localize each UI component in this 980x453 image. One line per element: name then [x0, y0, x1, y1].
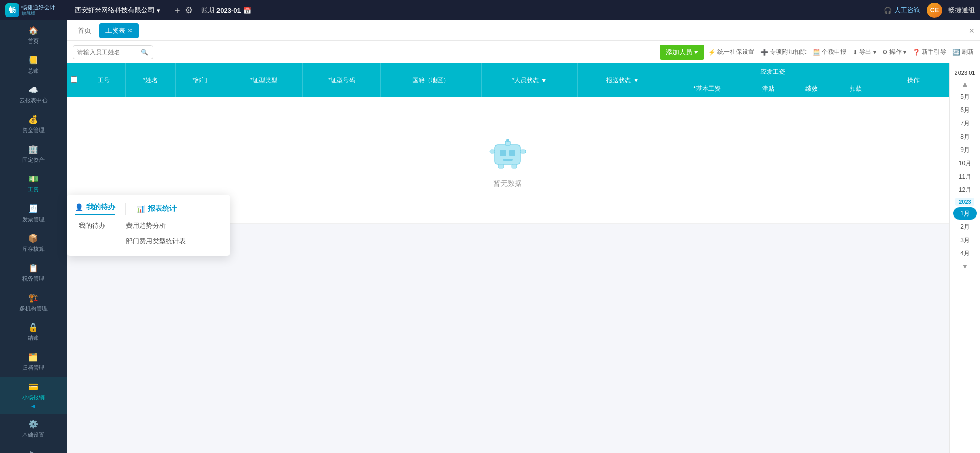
svg-rect-9: [512, 164, 517, 168]
sidebar-item-tax[interactable]: 📋 税务管理: [0, 258, 67, 288]
guide-btn[interactable]: ❓ 新手引导: [912, 48, 946, 56]
empty-robot-icon: [487, 132, 528, 173]
svg-rect-7: [520, 150, 526, 153]
popup-header: 👤 我的待办 📊 报表统计: [75, 203, 222, 215]
fund-icon: 💰: [28, 115, 38, 124]
tax-calc-icon: 🧮: [813, 49, 820, 56]
th-deduction: 扣款: [834, 80, 878, 97]
inventory-icon: 📦: [28, 233, 38, 243]
multi-org-icon: 🏗️: [28, 293, 38, 303]
operation-btn[interactable]: ⚙ 操作 ▾: [882, 48, 906, 56]
ledger-icon: 📒: [28, 55, 38, 65]
month-jan-active[interactable]: 1月: [953, 207, 977, 220]
tax-report-btn[interactable]: 🧮 个税申报: [813, 48, 846, 56]
tab-bar-right: ✕: [969, 27, 975, 35]
th-basic-salary: *基本工资: [668, 80, 746, 97]
xiaochang-icon: 💳: [28, 382, 38, 392]
user-name: 畅捷通组: [948, 6, 975, 15]
settings-gear-icon: ⚙️: [28, 419, 38, 429]
popup-content-row: 我的待办 费用趋势分析 部门费用类型统计表: [75, 219, 222, 248]
month-jul[interactable]: 7月: [953, 117, 977, 130]
th-performance: 绩效: [790, 80, 834, 97]
tab-bar: 首页 工资表 ✕ ✕: [67, 20, 980, 41]
chevron-down-icon: ▾: [157, 7, 160, 14]
tab-home[interactable]: 首页: [72, 23, 97, 38]
search-icon: 🔍: [141, 49, 148, 56]
popup-item-dept-cost[interactable]: 部门费用类型统计表: [122, 234, 190, 248]
invoice-icon: 🧾: [28, 204, 38, 213]
assets-icon: 🏢: [28, 144, 38, 154]
add-icon[interactable]: ＋: [172, 4, 182, 16]
scroll-up-btn[interactable]: ▲: [959, 78, 971, 90]
month-apr[interactable]: 4月: [953, 247, 977, 260]
th-allowance: 津贴: [746, 80, 790, 97]
filter2-icon[interactable]: ▼: [633, 77, 639, 84]
month-mar[interactable]: 3月: [953, 234, 977, 246]
sidebar-item-fund[interactable]: 💰 资金管理: [0, 110, 67, 139]
calendar-icon[interactable]: 📅: [243, 7, 251, 14]
settings-icon[interactable]: ⚙: [185, 5, 193, 16]
th-person-status: *人员状态 ▼: [482, 63, 578, 97]
headset-icon: 🎧: [884, 7, 892, 14]
popup-category-report[interactable]: 📊 报表统计: [136, 203, 177, 215]
popup-category-todo[interactable]: 👤 我的待办: [75, 203, 115, 215]
month-may[interactable]: 5月: [953, 91, 977, 103]
logo-text: 畅捷通好会计 旗舰版: [21, 4, 55, 16]
tab-close-salary[interactable]: ✕: [127, 27, 133, 34]
tab-salary[interactable]: 工资表 ✕: [99, 23, 139, 38]
refresh-btn[interactable]: 🔄 刷新: [952, 48, 974, 56]
svg-point-5: [506, 139, 509, 142]
sidebar-item-assets[interactable]: 🏢 固定资产: [0, 139, 67, 169]
svg-rect-1: [500, 150, 506, 156]
th-department: *部门: [175, 63, 225, 97]
month-oct[interactable]: 10月: [953, 157, 977, 169]
sidebar-item-inventory[interactable]: 📦 库存核算: [0, 228, 67, 258]
company-selector[interactable]: 西安虾米网络科技有限公司 ▾: [71, 4, 164, 17]
sidebar-item-invoice[interactable]: 🧾 发票管理: [0, 199, 67, 228]
add-person-button[interactable]: 添加人员 ▾: [660, 45, 704, 60]
month-feb[interactable]: 2月: [953, 221, 977, 233]
sidebar-item-archive[interactable]: 🗂️ 归档管理: [0, 347, 67, 377]
refresh-icon: 🔄: [952, 49, 960, 56]
th-id-type: *证型类型: [225, 63, 302, 97]
sidebar-item-basic[interactable]: ⚙️ 基础设置: [0, 414, 67, 444]
customer-service-btn[interactable]: 🎧 人工咨询: [884, 6, 921, 15]
salary-icon: 💵: [28, 174, 38, 184]
svg-rect-0: [495, 145, 520, 164]
empty-text: 暂无数据: [493, 179, 522, 188]
month-dec[interactable]: 12月: [953, 184, 977, 196]
month-aug[interactable]: 8月: [953, 131, 977, 143]
sidebar-item-cloud-report[interactable]: ☁️ 云报表中心: [0, 80, 67, 110]
popup-divider: [125, 203, 126, 215]
social-icon: ⚡: [708, 49, 716, 56]
month-jun[interactable]: 6月: [953, 104, 977, 116]
sidebar-item-guide[interactable]: ▶ 新手引导: [0, 444, 67, 453]
th-employee-id: 工号: [82, 63, 126, 97]
sidebar-item-home[interactable]: 🏠 首页: [0, 20, 67, 50]
plus-circle-icon: ➕: [760, 49, 768, 56]
sidebar-item-ledger[interactable]: 📒 总账: [0, 50, 67, 80]
sidebar-item-xiaochang[interactable]: 💳 小畅报销 ◀: [0, 377, 67, 414]
social-security-btn[interactable]: ⚡ 统一社保设置: [708, 48, 754, 56]
sidebar-item-salary[interactable]: 💵 工资: [0, 169, 67, 199]
export-btn[interactable]: ⬇ 导出 ▾: [853, 48, 876, 56]
sidebar-item-multi-org[interactable]: 🏗️ 多机构管理: [0, 288, 67, 317]
sidebar: 🏠 首页 📒 总账 ☁️ 云报表中心 💰 资金管理 🏢 固定资产 💵 工资 🧾 …: [0, 20, 67, 453]
month-sep[interactable]: 9月: [953, 144, 977, 156]
tab-close-all-icon[interactable]: ✕: [969, 27, 975, 35]
filter-icon[interactable]: ▼: [541, 77, 547, 84]
popup-item-cost-trend[interactable]: 费用趋势分析: [122, 219, 190, 232]
popup-item-my-todo[interactable]: 我的待办: [75, 219, 110, 232]
right-panel: 2023.01 ▲ 5月 6月 7月 8月 9月 10月: [949, 63, 980, 453]
svg-rect-8: [498, 164, 504, 168]
select-all-checkbox[interactable]: [71, 76, 77, 83]
search-input[interactable]: [77, 49, 139, 56]
logo-icon: 畅: [5, 3, 19, 17]
popup-col-todo: 我的待办: [75, 219, 110, 248]
sidebar-item-close[interactable]: 🔒 结账: [0, 317, 67, 347]
operation-icon: ⚙: [882, 49, 888, 56]
special-deduction-btn[interactable]: ➕ 专项附加扣除: [760, 48, 807, 56]
right-panel-date-label: 2023.01: [954, 68, 976, 78]
scroll-down-btn[interactable]: ▼: [959, 260, 971, 272]
month-nov[interactable]: 11月: [953, 170, 977, 183]
